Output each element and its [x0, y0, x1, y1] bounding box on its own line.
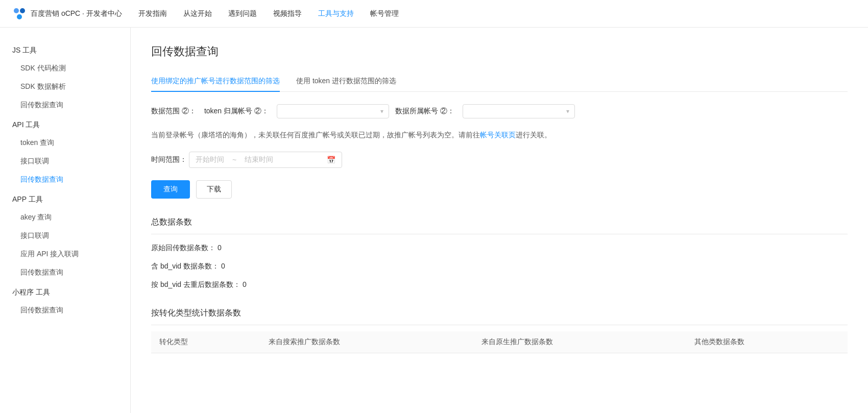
sidebar-item-app-upload-query[interactable]: 回传数据查询 — [0, 263, 130, 282]
sidebar-item-sdk-code-check[interactable]: SDK 代码检测 — [0, 59, 130, 78]
brand: 百度营销 oCPC · 开发者中心 — [12, 7, 122, 21]
sidebar-item-token-query[interactable]: token 查询 — [0, 134, 130, 152]
nav-item-troubleshoot[interactable]: 遇到问题 — [228, 9, 257, 18]
layout: JS 工具 SDK 代码检测 SDK 数据解析 回传数据查询 API 工具 to… — [0, 28, 868, 413]
nav-item-account-mgmt[interactable]: 帐号管理 — [370, 9, 399, 18]
col-native-header: 来自原生推广数据条数 — [473, 331, 686, 353]
time-separator: ~ — [232, 156, 236, 164]
nav-item-tools-support[interactable]: 工具与支持 — [318, 9, 354, 18]
conversion-section: 按转化类型统计数据条数 转化类型 来自搜索推广数据条数 来自原生推广数据条数 其… — [151, 308, 848, 353]
sidebar-group-app-tools: APP 工具 akey 查询 接口联调 应用 API 接入联调 回传数据查询 — [0, 191, 130, 282]
tabs: 使用绑定的推广帐号进行数据范围的筛选 使用 token 进行数据范围的筛选 — [151, 71, 848, 92]
sidebar-group-miniprogram-tools: 小程序 工具 回传数据查询 — [0, 284, 130, 320]
sidebar-group-js-tools: JS 工具 SDK 代码检测 SDK 数据解析 回传数据查询 — [0, 42, 130, 114]
stats-bdvid-label: 含 bd_vid 数据条数： — [151, 262, 219, 270]
stats-raw-value: 0 — [218, 244, 222, 252]
tab-token[interactable]: 使用 token 进行数据范围的筛选 — [296, 71, 396, 92]
conversion-section-title: 按转化类型统计数据条数 — [151, 308, 848, 325]
notice-suffix: 进行关联。 — [516, 131, 551, 139]
top-nav: 百度营销 oCPC · 开发者中心 开发指南 从这开始 遇到问题 视频指导 工具… — [0, 0, 868, 28]
brand-logo-icon — [12, 7, 27, 21]
sidebar-group-title-app-tools: APP 工具 — [0, 191, 130, 208]
nav-item-get-started[interactable]: 从这开始 — [183, 9, 212, 18]
table-header-row: 转化类型 来自搜索推广数据条数 来自原生推广数据条数 其他类数据条数 — [151, 331, 848, 353]
stats-section-title: 总数据条数 — [151, 217, 848, 234]
stats-bdvid-value: 0 — [221, 262, 225, 270]
svg-point-2 — [17, 14, 22, 19]
sidebar-item-mini-upload-query[interactable]: 回传数据查询 — [0, 301, 130, 320]
nav-item-dev-guide[interactable]: 开发指南 — [138, 9, 167, 18]
notice-text: 当前登录帐号（康塔塔的海角），未关联任何百度推广帐号或关联已过期，故推广帐号列表… — [151, 129, 848, 141]
page-title: 回传数据查询 — [151, 44, 848, 59]
time-end-placeholder: 结束时间 — [245, 155, 273, 164]
sidebar-item-js-upload-query[interactable]: 回传数据查询 — [0, 96, 130, 114]
brand-name: 百度营销 oCPC · 开发者中心 — [31, 9, 122, 18]
time-range-row: 时间范围： 开始时间 ~ 结束时间 📅 — [151, 152, 848, 168]
stats-section: 总数据条数 原始回传数据条数： 0 含 bd_vid 数据条数： 0 按 bd_… — [151, 217, 848, 291]
stats-raw-count: 原始回传数据条数： 0 — [151, 240, 848, 255]
tab-bound-account[interactable]: 使用绑定的推广帐号进行数据范围的筛选 — [151, 71, 280, 92]
sidebar-item-api-upload-query[interactable]: 回传数据查询 — [0, 171, 130, 189]
time-placeholder: 开始时间 ~ 结束时间 — [196, 155, 327, 164]
col-search-header: 来自搜索推广数据条数 — [260, 331, 473, 353]
stats-raw-label: 原始回传数据条数： — [151, 244, 215, 252]
sidebar-group-title-mini-tools: 小程序 工具 — [0, 284, 130, 301]
stats-dedup-label: 按 bd_vid 去重后数据条数： — [151, 280, 240, 288]
token-account-select[interactable]: ▾ — [277, 104, 389, 118]
calendar-icon: 📅 — [327, 156, 335, 164]
data-account-select[interactable]: ▾ — [463, 104, 575, 118]
sidebar-group-title-api-tools: API 工具 — [0, 116, 130, 134]
sidebar-item-sdk-data-parse[interactable]: SDK 数据解析 — [0, 78, 130, 96]
sidebar-group-title-js-tools: JS 工具 — [0, 42, 130, 59]
sidebar: JS 工具 SDK 代码检测 SDK 数据解析 回传数据查询 API 工具 to… — [0, 28, 131, 413]
query-button[interactable]: 查询 — [151, 180, 190, 199]
sidebar-item-app-api-access[interactable]: 应用 API 接入联调 — [0, 245, 130, 263]
sidebar-item-api-debug[interactable]: 接口联调 — [0, 152, 130, 171]
nav-items: 开发指南 从这开始 遇到问题 视频指导 工具与支持 帐号管理 — [138, 9, 856, 18]
notice-link[interactable]: 帐号关联页 — [480, 131, 516, 139]
form-data-range-row: 数据范围 ②： token 归属帐号 ②： ▾ 数据所属帐号 ②： ▾ — [151, 104, 848, 118]
notice-content: 当前登录帐号（康塔塔的海角），未关联任何百度推广帐号或关联已过期，故推广帐号列表… — [151, 131, 480, 139]
col-other-header: 其他类数据条数 — [686, 331, 848, 353]
sidebar-group-api-tools: API 工具 token 查询 接口联调 回传数据查询 — [0, 116, 130, 189]
stats-bdvid-count: 含 bd_vid 数据条数： 0 — [151, 259, 848, 273]
token-account-select-arrow: ▾ — [380, 108, 383, 115]
svg-point-1 — [20, 8, 25, 13]
data-range-label: 数据范围 ②： — [151, 107, 196, 116]
download-button[interactable]: 下载 — [196, 180, 232, 199]
sidebar-item-app-api-debug[interactable]: 接口联调 — [0, 227, 130, 245]
conversion-table: 转化类型 来自搜索推广数据条数 来自原生推广数据条数 其他类数据条数 — [151, 331, 848, 353]
nav-item-video-guide[interactable]: 视频指导 — [273, 9, 302, 18]
time-range-label: 时间范围： — [151, 155, 187, 164]
col-type-header: 转化类型 — [151, 331, 260, 353]
time-start-placeholder: 开始时间 — [196, 155, 224, 164]
sidebar-item-akey-query[interactable]: akey 查询 — [0, 208, 130, 227]
token-account-label: token 归属帐号 ②： — [204, 107, 269, 116]
action-buttons: 查询 下载 — [151, 180, 848, 199]
stats-dedup-value: 0 — [243, 280, 247, 288]
svg-point-0 — [14, 8, 19, 13]
main-content: 回传数据查询 使用绑定的推广帐号进行数据范围的筛选 使用 token 进行数据范… — [131, 28, 868, 413]
stats-dedup-count: 按 bd_vid 去重后数据条数： 0 — [151, 277, 848, 291]
data-account-select-arrow: ▾ — [566, 108, 569, 115]
time-range-input[interactable]: 开始时间 ~ 结束时间 📅 — [189, 152, 342, 168]
data-account-label: 数据所属帐号 ②： — [395, 107, 454, 116]
